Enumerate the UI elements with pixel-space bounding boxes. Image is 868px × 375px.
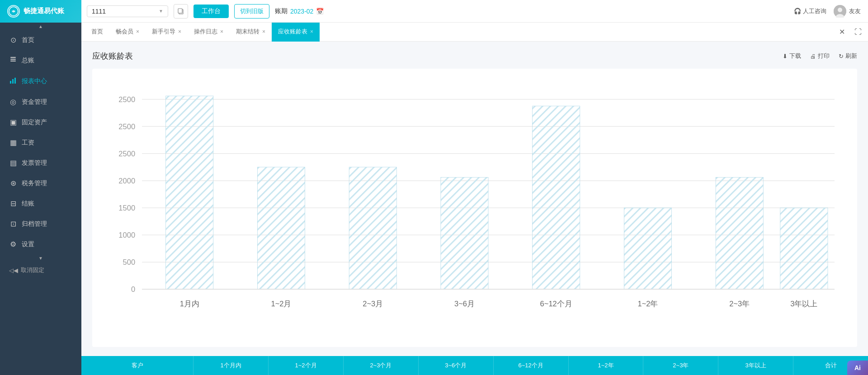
tab-oplog[interactable]: 操作日志 × xyxy=(188,23,230,42)
ledger-icon xyxy=(9,56,17,65)
svg-rect-37 xyxy=(533,106,580,289)
tab-oplog-close[interactable]: × xyxy=(220,28,223,35)
company-selector[interactable]: 1111 ▼ xyxy=(87,5,168,17)
tab-member[interactable]: 畅会员 × xyxy=(109,23,146,42)
sidebar-item-archive[interactable]: ⊡ 归档管理 xyxy=(0,214,81,234)
cancel-fixed-label: 取消固定 xyxy=(21,266,44,274)
avatar xyxy=(834,5,846,18)
settings-icon: ⚙ xyxy=(9,240,17,248)
sidebar-item-checkout[interactable]: ⊟ 结账 xyxy=(0,193,81,214)
sidebar-label-checkout: 结账 xyxy=(22,200,34,208)
print-button[interactable]: 🖨 打印 xyxy=(810,52,830,60)
sidebar-item-home[interactable]: ⊙ 首页 xyxy=(0,30,81,50)
download-label: 下载 xyxy=(789,52,801,60)
svg-text:2000: 2000 xyxy=(118,177,135,185)
checkout-icon: ⊟ xyxy=(9,199,17,208)
sidebar-item-ledger[interactable]: 总账 xyxy=(0,50,81,71)
tab-aging[interactable]: 应收账龄表 × xyxy=(272,23,320,42)
fund-icon: ◎ xyxy=(9,98,17,106)
sidebar-scroll-down[interactable]: ▼ xyxy=(0,254,81,262)
tab-period-end-label: 期末结转 xyxy=(236,28,259,36)
tab-home-label: 首页 xyxy=(91,28,103,36)
svg-text:2500: 2500 xyxy=(118,122,135,131)
period-info: 账期 2023-02 📅 xyxy=(275,7,324,15)
svg-text:500: 500 xyxy=(123,258,136,267)
col-2-3month: 2~3个月 xyxy=(344,356,419,375)
logo-area: 畅捷通易代账 xyxy=(0,0,81,23)
calendar-icon[interactable]: 📅 xyxy=(316,8,324,15)
svg-rect-39 xyxy=(624,208,671,289)
tab-oplog-label: 操作日志 xyxy=(194,28,217,36)
tab-guide[interactable]: 新手引导 × xyxy=(146,23,188,42)
tax-icon: ⊛ xyxy=(9,179,17,188)
print-label: 打印 xyxy=(818,52,830,60)
home-icon: ⊙ xyxy=(9,36,17,44)
svg-point-4 xyxy=(838,8,842,12)
table-header-bar: 客户 1个月内 1~2个月 2~3个月 3~6个月 6~12个月 1~2年 2~… xyxy=(81,356,868,375)
tab-member-label: 畅会员 xyxy=(116,28,133,36)
user-info[interactable]: 友友 xyxy=(834,5,861,18)
report-icon xyxy=(9,77,17,86)
sidebar-label-salary: 工资 xyxy=(22,139,34,147)
tab-period-end-close[interactable]: × xyxy=(262,28,265,35)
col-2-3year: 2~3年 xyxy=(643,356,718,375)
sidebar-item-tax[interactable]: ⊛ 税务管理 xyxy=(0,173,81,193)
sidebar-item-fund[interactable]: ◎ 资金管理 xyxy=(0,92,81,112)
tab-member-close[interactable]: × xyxy=(136,28,139,35)
tab-aging-close[interactable]: × xyxy=(310,28,313,35)
svg-text:0: 0 xyxy=(131,285,135,294)
svg-text:3~6月: 3~6月 xyxy=(454,300,475,308)
svg-text:2500: 2500 xyxy=(118,150,135,158)
title-actions: ⬇ 下载 🖨 打印 ↻ 刷新 xyxy=(783,52,857,60)
svg-text:2~3月: 2~3月 xyxy=(363,300,383,308)
period-label: 账期 xyxy=(275,7,288,15)
workbench-button[interactable]: 工作台 xyxy=(193,5,229,18)
tab-guide-close[interactable]: × xyxy=(178,28,181,35)
svg-text:1~2月: 1~2月 xyxy=(271,300,291,308)
svg-rect-8 xyxy=(10,61,16,61)
sidebar-item-report[interactable]: 报表中心 xyxy=(0,71,81,92)
page-title-bar: 应收账龄表 ⬇ 下载 🖨 打印 ↻ 刷新 xyxy=(92,51,857,61)
ai-badge[interactable]: Ai xyxy=(847,361,868,375)
content-area: 首页 畅会员 × 新手引导 × 操作日志 × 期末结转 × 应收账龄表 × xyxy=(81,23,868,375)
col-3-6month: 3~6个月 xyxy=(419,356,494,375)
sidebar-item-salary[interactable]: ▦ 工资 xyxy=(0,132,81,153)
tab-home[interactable]: 首页 xyxy=(85,23,109,42)
col-customer: 客户 xyxy=(81,356,193,375)
col-3year-plus: 3年以上 xyxy=(718,356,793,375)
sidebar-scroll-up[interactable]: ▲ xyxy=(0,23,81,30)
tab-period-end[interactable]: 期末结转 × xyxy=(230,23,272,42)
consult-button[interactable]: 🎧 人工咨询 xyxy=(794,7,826,15)
svg-text:1500: 1500 xyxy=(118,204,135,212)
sidebar: ▲ ⊙ 首页 总账 报表中心 ◎ 资金管理 ▣ 固定资产 ▦ 工资 xyxy=(0,23,81,375)
svg-rect-31 xyxy=(257,167,305,289)
expand-icon[interactable]: ⛶ xyxy=(852,26,864,38)
sidebar-label-report: 报表中心 xyxy=(22,77,47,85)
svg-rect-41 xyxy=(716,177,763,289)
svg-rect-6 xyxy=(10,57,16,58)
sidebar-item-settings[interactable]: ⚙ 设置 xyxy=(0,234,81,254)
svg-text:2~3年: 2~3年 xyxy=(729,300,750,308)
switch-old-button[interactable]: 切到旧版 xyxy=(234,4,269,19)
invoice-icon: ▤ xyxy=(9,159,17,167)
svg-rect-10 xyxy=(12,79,14,84)
col-6-12month: 6~12个月 xyxy=(494,356,569,375)
svg-rect-9 xyxy=(10,81,11,84)
download-button[interactable]: ⬇ 下载 xyxy=(783,52,801,60)
refresh-button[interactable]: ↻ 刷新 xyxy=(839,52,857,60)
sidebar-label-invoice: 发票管理 xyxy=(22,159,47,167)
cancel-fixed-button[interactable]: ◁◀ 取消固定 xyxy=(0,262,81,279)
close-window-icon[interactable]: ✕ xyxy=(835,26,848,38)
sidebar-label-fund: 资金管理 xyxy=(22,98,47,106)
sidebar-item-assets[interactable]: ▣ 固定资产 xyxy=(0,112,81,132)
svg-rect-33 xyxy=(349,167,396,289)
print-icon: 🖨 xyxy=(810,53,816,60)
ai-label: Ai xyxy=(854,364,861,371)
copy-button[interactable] xyxy=(174,4,188,19)
sidebar-label-home: 首页 xyxy=(22,36,34,44)
sidebar-item-invoice[interactable]: ▤ 发票管理 xyxy=(0,153,81,173)
svg-text:3年以上: 3年以上 xyxy=(790,300,817,308)
header-right: 🎧 人工咨询 友友 xyxy=(794,5,861,18)
svg-rect-11 xyxy=(14,78,16,84)
svg-text:1000: 1000 xyxy=(118,231,135,239)
